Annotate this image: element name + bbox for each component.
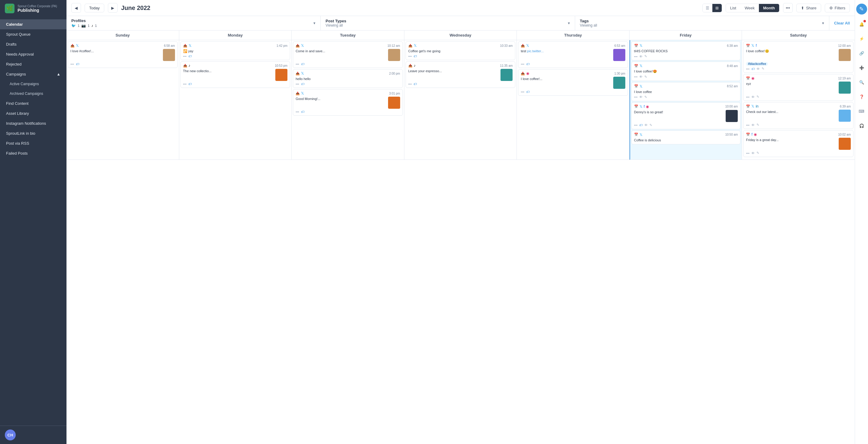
more-icon[interactable]: ••• [634,75,638,78]
eye-icon[interactable]: 👁 [639,75,643,78]
edit-icon[interactable]: ✎ [756,151,759,155]
post-card[interactable]: 📅 ◉ 12:19 am xyz ••• 👁 ✎ [743,74,854,101]
more-icon[interactable]: ••• [746,95,749,99]
link-icon-btn[interactable]: 🔗 [857,48,867,58]
sidebar-item-instagram-notifications[interactable]: Instagram Notifications [0,118,66,128]
post-card[interactable]: 📤 𝕏 10:12 am Come in and save... ••• 🏷 [293,41,403,68]
more-icon[interactable]: ••• [746,151,749,155]
more-icon[interactable]: ••• [634,55,638,58]
tag-icon[interactable]: 🏷 [188,54,192,58]
more-icon[interactable]: ••• [296,62,299,66]
more-icon[interactable]: ••• [408,82,412,86]
more-icon[interactable]: ••• [70,62,74,66]
sidebar-item-sproutlink[interactable]: SproutLink in bio [0,128,66,138]
more-icon[interactable]: ••• [296,110,299,114]
post-card[interactable]: 📅 𝕏 f ◉ 10:00 am Denny's is so great! ••… [631,102,741,129]
edit-icon[interactable]: ✎ [644,54,647,58]
eye-icon[interactable]: 👁 [756,67,760,71]
sidebar-item-campaigns[interactable]: Campaigns ▲ [0,69,66,79]
more-options-button[interactable]: ••• [783,3,793,13]
more-icon[interactable]: ••• [634,95,638,99]
tag-icon[interactable]: 🏷 [76,62,79,66]
sidebar-item-find-content[interactable]: Find Content [0,98,66,108]
eye-icon[interactable]: 👁 [639,95,643,99]
prev-button[interactable]: ◀ [71,3,81,13]
edit-icon[interactable]: ✎ [644,95,647,99]
tab-month[interactable]: Month [759,4,779,12]
eye-icon[interactable]: 👁 [751,95,755,99]
activity-icon-btn[interactable]: ⚡ [857,34,867,43]
post-card[interactable]: 📅 𝕏 8:52 am I love coffee ••• 👁 ✎ [631,82,741,101]
compose-button[interactable]: ✎ [856,4,867,14]
sidebar-item-active-campaigns[interactable]: Active Campaigns [0,79,66,89]
tag-icon[interactable]: 🏷 [301,82,304,86]
tab-week[interactable]: Week [740,4,759,12]
more-icon[interactable]: ••• [296,82,299,86]
more-icon[interactable]: ••• [746,123,749,127]
sidebar-item-archived-campaigns[interactable]: Archived Campaigns [0,89,66,98]
tag-icon[interactable]: 🏷 [413,54,417,58]
tag-icon[interactable]: 🏷 [526,62,529,66]
eye-icon[interactable]: 👁 [751,151,755,155]
tags-filter[interactable]: Tags Viewing all ▾ [575,16,829,30]
tag-icon[interactable]: 🏷 [413,82,417,86]
more-icon[interactable]: ••• [408,54,412,58]
edit-icon[interactable]: ✎ [762,67,764,71]
more-icon[interactable]: ••• [521,62,524,66]
tag-icon[interactable]: 🏷 [188,82,192,86]
sidebar-item-asset-library[interactable]: Asset Library [0,108,66,118]
post-card[interactable]: 📤 𝕏 10:33 am Coffee get's me going ••• 🏷 [406,41,516,60]
post-card[interactable]: 📤 ♪ 11:35 am Leave your espresso... ••• … [406,61,516,88]
tag-icon[interactable]: 🏷 [301,110,304,114]
tag-icon[interactable]: 🏷 [751,67,755,71]
edit-icon[interactable]: ✎ [756,95,759,99]
more-icon[interactable]: ••• [183,82,187,86]
sidebar-item-drafts[interactable]: Drafts [0,39,66,49]
edit-icon[interactable]: ✎ [756,123,759,127]
more-icon[interactable]: ••• [183,54,187,58]
tag-icon[interactable]: 🏷 [639,123,643,127]
post-card[interactable]: 📤 𝕏 2:00 pm hello hello ••• 🏷 [293,69,403,88]
tab-list[interactable]: List [726,4,740,12]
eye-icon[interactable]: 👁 [751,123,755,127]
sidebar-item-failed-posts[interactable]: Failed Posts [0,148,66,158]
eye-icon[interactable]: 👁 [639,55,643,58]
profiles-filter[interactable]: Profiles 🐦 1 📷 1 ♪ 1 ▾ [66,16,321,30]
post-card[interactable]: 📤 𝕏 6:58 am I love #coffee!... ••• 🏷 [68,41,178,68]
today-button[interactable]: Today [85,4,104,12]
search-icon-btn[interactable]: 🔍 [857,77,867,87]
sidebar-item-sprout-queue[interactable]: Sprout Queue [0,29,66,39]
post-card[interactable]: 📅 𝕏 6:38 am tHIS COFFEE ROCKS ••• 👁 ✎ [631,41,741,60]
post-card[interactable]: 📅 𝕏 8:48 am I love coffee!😍 ••• 👁 ✎ [631,62,741,81]
edit-icon[interactable]: ✎ [644,75,647,79]
post-card[interactable]: 📤 𝕏 1:42 pm 🔁 yay ••• 🏷 [180,41,290,60]
sidebar-item-rejected[interactable]: Rejected [0,59,66,69]
eye-icon[interactable]: 👁 [644,123,648,127]
post-card[interactable]: 📅 𝕏 in 6:39 am Check out our latest... •… [743,102,854,129]
post-card[interactable]: 📤 ♪ 10:53 pm The new collectio... ••• 🏷 [180,61,290,88]
edit-icon[interactable]: ✎ [650,123,652,127]
post-card[interactable]: 📅 𝕏 10:50 am Coffee is delicious [631,130,741,145]
user-avatar[interactable]: CH [5,430,16,440]
add-icon-btn[interactable]: ➕ [857,63,867,72]
more-icon[interactable]: ••• [521,90,524,94]
clear-all-button[interactable]: Clear All [829,16,855,30]
share-button[interactable]: ⬆ Share [796,4,821,12]
post-card[interactable]: 📅 f ◉ 10:02 am Friday is a great day... … [743,130,854,157]
post-types-filter[interactable]: Post Types Viewing all ▾ [321,16,575,30]
post-card[interactable]: 📤 𝕏 3:01 pm Good Morning!... ••• 🏷 [293,89,403,116]
more-icon[interactable]: ••• [634,123,638,127]
help-icon-btn[interactable]: ❓ [857,92,867,101]
tag-icon[interactable]: 🏷 [301,62,304,66]
audio-icon-btn[interactable]: 🎧 [857,121,867,130]
next-button[interactable]: ▶ [108,3,118,13]
filters-button[interactable]: ⚙ Filters [825,4,850,12]
sidebar-item-post-rss[interactable]: Post via RSS [0,138,66,148]
post-card[interactable]: 📅 𝕏 f 12:00 am I love coffee!😊 #blackcof… [743,41,854,73]
list-view-button[interactable]: ☰ [703,4,712,12]
post-card[interactable]: 📤 𝕏 6:53 am test pic.twitter... ••• 🏷 [518,41,628,68]
notifications-icon-btn[interactable]: 🔔 [857,19,867,29]
more-icon[interactable]: ••• [746,67,749,71]
keyboard-icon-btn[interactable]: ⌨ [857,106,867,116]
sidebar-item-needs-approval[interactable]: Needs Approval [0,49,66,59]
